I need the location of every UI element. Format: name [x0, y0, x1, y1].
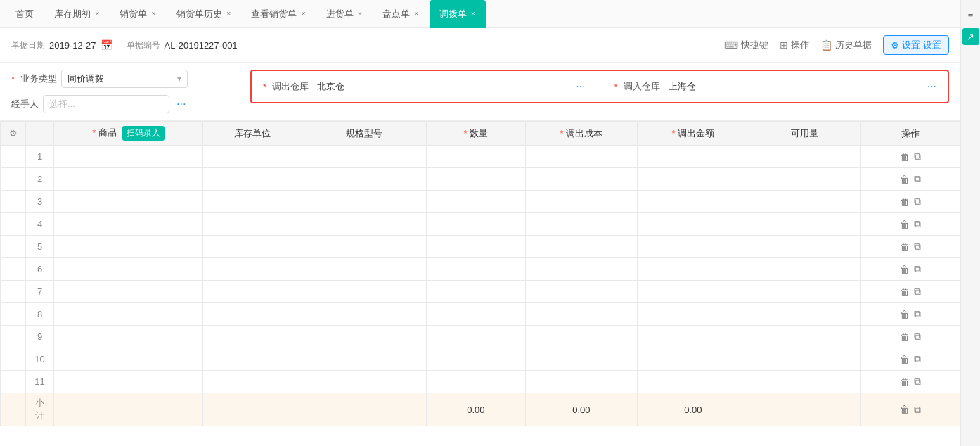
tab-sales-order[interactable]: 销货单 × — [110, 0, 166, 28]
row-cost-cell[interactable] — [525, 348, 637, 371]
row-delete-btn[interactable]: 🗑 — [900, 376, 910, 388]
row-cost-cell[interactable] — [525, 213, 637, 236]
tab-close-purchase[interactable]: × — [358, 10, 362, 18]
row-delete-btn[interactable]: 🗑 — [900, 241, 910, 253]
row-delete-btn[interactable]: 🗑 — [900, 354, 910, 365]
business-type-field: * 业务类型 同价调拨 ▾ — [11, 70, 236, 88]
tab-transfer[interactable]: 调拨单 × — [430, 0, 486, 28]
scan-entry-btn[interactable]: 扫码录入 — [122, 126, 165, 141]
row-qty-cell[interactable] — [426, 371, 525, 393]
row-cost-cell[interactable] — [525, 371, 637, 393]
row-delete-btn[interactable]: 🗑 — [900, 174, 910, 185]
row-amount-cell[interactable] — [637, 371, 749, 393]
tab-view-sales[interactable]: 查看销货单 × — [241, 0, 316, 28]
row-product-cell[interactable] — [54, 236, 203, 258]
row-amount-cell[interactable] — [637, 213, 749, 236]
row-delete-btn[interactable]: 🗑 — [900, 286, 910, 298]
row-amount-cell[interactable] — [637, 326, 749, 348]
row-qty-cell[interactable] — [426, 191, 525, 213]
tab-close-inventory-init[interactable]: × — [95, 10, 99, 18]
row-cost-cell[interactable] — [525, 146, 637, 168]
row-product-cell[interactable] — [54, 371, 203, 393]
row-copy-btn[interactable]: ⧉ — [914, 331, 921, 343]
handler-select[interactable]: 选择... — [43, 95, 169, 113]
row-copy-btn[interactable]: ⧉ — [914, 353, 921, 365]
tab-close-sales-order[interactable]: × — [151, 10, 155, 18]
row-product-cell[interactable] — [54, 191, 203, 213]
row-product-cell[interactable] — [54, 348, 203, 371]
row-cost-cell[interactable] — [525, 326, 637, 348]
row-qty-cell[interactable] — [426, 303, 525, 326]
calendar-icon[interactable]: 📅 — [101, 39, 112, 51]
tab-close-sales-history[interactable]: × — [226, 10, 231, 18]
row-copy-btn[interactable]: ⧉ — [914, 286, 921, 298]
tab-stocktake[interactable]: 盘点单 × — [373, 0, 429, 28]
settings-icon[interactable]: ⚙ — [9, 128, 18, 139]
row-qty-cell[interactable] — [426, 348, 525, 371]
row-amount-cell[interactable] — [637, 146, 749, 168]
row-copy-btn[interactable]: ⧉ — [914, 151, 921, 163]
row-amount-cell[interactable] — [637, 236, 749, 258]
row-copy-btn[interactable]: ⧉ — [914, 376, 921, 388]
tab-inventory-init[interactable]: 库存期初 × — [44, 0, 110, 28]
row-product-cell[interactable] — [54, 168, 203, 191]
row-amount-cell[interactable] — [637, 258, 749, 281]
row-delete-btn[interactable]: 🗑 — [900, 331, 910, 343]
col-cost-header: * 调出成本 — [525, 122, 637, 146]
row-copy-btn[interactable]: ⧉ — [914, 241, 921, 253]
tab-home[interactable]: 首页 — [6, 0, 44, 28]
row-product-cell[interactable] — [54, 281, 203, 303]
subtotal-delete-btn[interactable]: 🗑 — [900, 404, 910, 415]
row-product-cell[interactable] — [54, 213, 203, 236]
row-cost-cell[interactable] — [525, 168, 637, 191]
setting-btn[interactable]: ⚙ 设置 设置 — [883, 35, 949, 55]
row-qty-cell[interactable] — [426, 213, 525, 236]
row-amount-cell[interactable] — [637, 168, 749, 191]
history-btn[interactable]: 📋 历史单据 — [820, 39, 872, 51]
row-amount-cell[interactable] — [637, 348, 749, 371]
side-expand-btn[interactable]: ↗ — [962, 28, 979, 45]
business-type-select[interactable]: 同价调拨 ▾ — [61, 70, 188, 88]
transfer-in-more-btn[interactable]: ··· — [927, 80, 936, 93]
row-product-cell[interactable] — [54, 258, 203, 281]
row-qty-cell[interactable] — [426, 168, 525, 191]
data-table: ⚙ * 商品 扫码录入 库存单位 规格型号 * — [0, 121, 960, 426]
row-copy-btn[interactable]: ⧉ — [914, 263, 921, 275]
tab-sales-history[interactable]: 销货单历史 × — [167, 0, 241, 28]
row-copy-btn[interactable]: ⧉ — [914, 308, 921, 320]
row-copy-btn[interactable]: ⧉ — [914, 173, 921, 185]
row-qty-cell[interactable] — [426, 146, 525, 168]
shortcut-keys-btn[interactable]: ⌨ 快捷键 — [724, 39, 768, 51]
transfer-out-more-btn[interactable]: ··· — [576, 80, 585, 93]
row-qty-cell[interactable] — [426, 281, 525, 303]
side-list-btn[interactable]: ≡ — [962, 6, 979, 23]
row-delete-btn[interactable]: 🗑 — [900, 309, 910, 320]
row-delete-btn[interactable]: 🗑 — [900, 151, 910, 163]
row-cost-cell[interactable] — [525, 236, 637, 258]
row-copy-btn[interactable]: ⧉ — [914, 196, 921, 208]
row-cost-cell[interactable] — [525, 191, 637, 213]
row-qty-cell[interactable] — [426, 236, 525, 258]
row-qty-cell[interactable] — [426, 326, 525, 348]
tab-close-transfer[interactable]: × — [471, 10, 475, 18]
row-product-cell[interactable] — [54, 146, 203, 168]
row-delete-btn[interactable]: 🗑 — [900, 196, 910, 208]
tab-close-view-sales[interactable]: × — [301, 10, 305, 18]
row-product-cell[interactable] — [54, 303, 203, 326]
row-amount-cell[interactable] — [637, 303, 749, 326]
row-copy-btn[interactable]: ⧉ — [914, 218, 921, 230]
row-amount-cell[interactable] — [637, 191, 749, 213]
row-cost-cell[interactable] — [525, 303, 637, 326]
row-qty-cell[interactable] — [426, 258, 525, 281]
tab-purchase[interactable]: 进货单 × — [316, 0, 373, 28]
row-cost-cell[interactable] — [525, 281, 637, 303]
row-delete-btn[interactable]: 🗑 — [900, 219, 910, 230]
row-cost-cell[interactable] — [525, 258, 637, 281]
tab-close-stocktake[interactable]: × — [414, 10, 418, 18]
handler-more-btn[interactable]: ··· — [176, 98, 186, 110]
row-product-cell[interactable] — [54, 326, 203, 348]
row-delete-btn[interactable]: 🗑 — [900, 264, 910, 275]
row-amount-cell[interactable] — [637, 281, 749, 303]
operations-btn[interactable]: ⊞ 操作 — [780, 39, 809, 51]
subtotal-copy-btn[interactable]: ⧉ — [914, 404, 921, 416]
